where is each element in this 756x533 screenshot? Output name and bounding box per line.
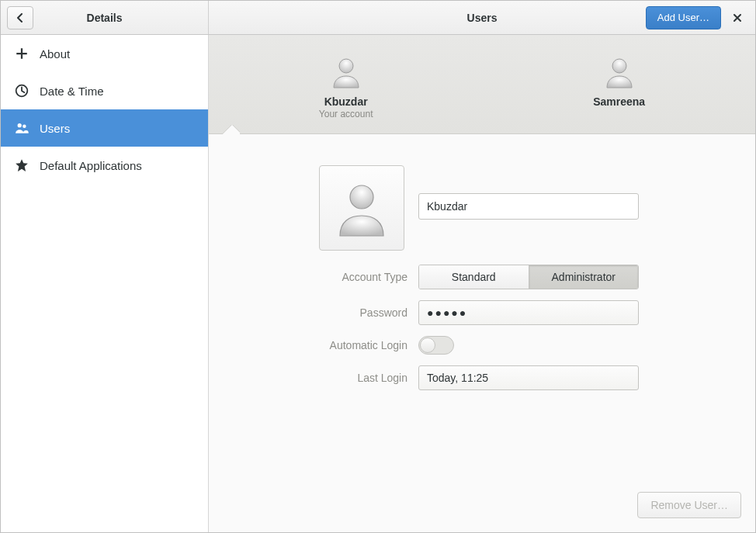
user-card-kbuzdar[interactable]: Kbuzdar Your account <box>319 54 373 119</box>
last-login-value[interactable]: Today, 11:25 <box>418 365 639 390</box>
user-details-form: Account Type Standard Administrator Pass… <box>209 134 755 532</box>
clock-icon <box>15 84 29 98</box>
password-mask: ●●●●● <box>427 306 467 319</box>
account-type-label: Account Type <box>271 271 418 283</box>
svg-point-1 <box>18 123 22 127</box>
user-subtitle: Your account <box>319 109 373 119</box>
avatar-picker[interactable] <box>319 165 404 251</box>
sidebar: About Date & Time Users Default Applicat… <box>1 35 209 532</box>
avatar-icon <box>331 177 393 239</box>
sidebar-item-about[interactable]: About <box>1 35 208 72</box>
sidebar-item-label: Date & Time <box>40 85 104 98</box>
sidebar-item-datetime[interactable]: Date & Time <box>1 72 208 109</box>
headerbar-left: Details <box>1 1 209 34</box>
chevron-left-icon <box>16 13 25 22</box>
sidebar-item-users[interactable]: Users <box>1 109 208 147</box>
content-pane: Kbuzdar Your account Samreena <box>209 35 755 532</box>
svg-point-4 <box>612 59 626 73</box>
plus-icon <box>15 47 29 61</box>
add-user-button[interactable]: Add User… <box>646 6 721 29</box>
sidebar-item-default-apps[interactable]: Default Applications <box>1 147 208 184</box>
user-card-samreena[interactable]: Samreena <box>593 54 645 109</box>
headerbar: Details Users Add User… <box>1 1 755 35</box>
close-button[interactable] <box>726 6 749 29</box>
close-icon <box>733 13 742 22</box>
user-name: Kbuzdar <box>324 95 368 108</box>
switch-knob <box>420 337 435 353</box>
svg-point-3 <box>339 59 353 73</box>
selection-notch <box>223 125 240 134</box>
users-icon <box>15 121 29 135</box>
account-type-standard[interactable]: Standard <box>419 265 529 289</box>
account-type-segmented: Standard Administrator <box>418 265 639 289</box>
svg-point-2 <box>23 125 26 129</box>
last-login-label: Last Login <box>271 372 418 384</box>
automatic-login-label: Automatic Login <box>271 339 418 351</box>
password-field[interactable]: ●●●●● <box>418 300 639 325</box>
sidebar-item-label: Default Applications <box>40 159 142 172</box>
full-name-input[interactable] <box>418 193 639 220</box>
avatar-icon <box>328 54 365 91</box>
last-login-text: Today, 11:25 <box>427 372 488 384</box>
password-label: Password <box>271 306 418 319</box>
user-selector-strip: Kbuzdar Your account Samreena <box>209 35 755 134</box>
sidebar-item-label: Users <box>40 122 70 135</box>
star-icon <box>15 158 29 172</box>
avatar-icon <box>601 54 638 91</box>
user-name: Samreena <box>593 95 645 108</box>
svg-point-5 <box>350 185 373 209</box>
account-type-administrator[interactable]: Administrator <box>529 265 639 289</box>
back-button[interactable] <box>7 6 33 29</box>
headerbar-right: Users Add User… <box>209 1 755 34</box>
remove-user-button[interactable]: Remove User… <box>637 492 741 518</box>
sidebar-item-label: About <box>40 47 70 61</box>
automatic-login-switch[interactable] <box>418 336 454 355</box>
